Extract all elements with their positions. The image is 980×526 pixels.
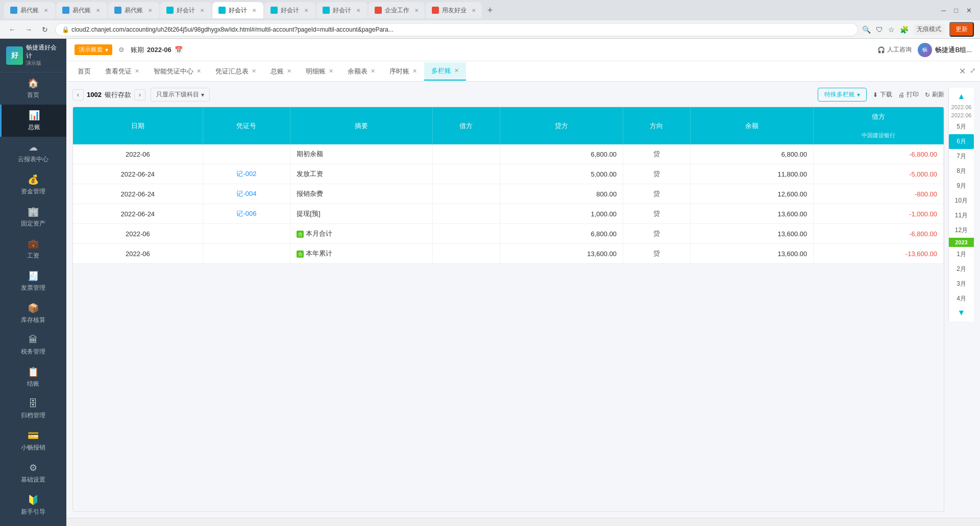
month-oct-2022[interactable]: 10月 <box>949 193 974 208</box>
tab-general-ledger[interactable]: 总账 ✕ <box>263 63 299 80</box>
search-icon[interactable]: 🔍 <box>862 26 871 34</box>
browser-tab-3[interactable]: 易代账 ✕ <box>108 2 159 18</box>
sidebar-item-new-guide[interactable]: 🔰 新手引导 <box>0 489 66 521</box>
extension-icon[interactable]: 🧩 <box>900 26 909 34</box>
expand-panel-icon[interactable]: ⤢ <box>970 66 976 76</box>
close-tab-2-icon[interactable]: ✕ <box>96 8 100 13</box>
cell-voucher-no[interactable]: 记-004 <box>203 184 290 204</box>
close-smart-voucher-icon[interactable]: ✕ <box>197 68 201 74</box>
browser-tab-4[interactable]: 好会计 ✕ <box>160 2 211 18</box>
close-panel-icon[interactable]: ✕ <box>959 66 966 76</box>
close-tab-7-icon[interactable]: ✕ <box>356 8 360 13</box>
tab-multi-col[interactable]: 多栏账 ✕ <box>424 62 466 81</box>
close-tab-8-icon[interactable]: ✕ <box>414 8 419 13</box>
print-button[interactable]: 🖨 打印 <box>898 90 919 99</box>
consult-button[interactable]: 🎧 人工咨询 <box>877 45 912 54</box>
close-tab-9-icon[interactable]: ✕ <box>472 8 476 13</box>
browser-tab-5[interactable]: 好会计 ✕ <box>212 2 263 18</box>
sidebar-item-tax-mgmt[interactable]: 🏛 税务管理 <box>0 330 66 361</box>
sidebar-item-membership[interactable]: 👑 畅会员 <box>0 521 66 526</box>
table-row: 2022-06 合本月合计 6,800.00 贷 13,600.00 -6,80… <box>73 224 944 244</box>
month-apr-2023[interactable]: 4月 <box>949 291 974 306</box>
sidebar-label-expense: 小畅报销 <box>21 443 45 452</box>
download-button[interactable]: ⬇ 下载 <box>873 90 892 99</box>
close-tab-5-icon[interactable]: ✕ <box>252 8 256 13</box>
close-window-icon[interactable]: ✕ <box>966 7 972 14</box>
tab-time-ledger[interactable]: 序时账 ✕ <box>382 63 424 80</box>
month-jun-2022[interactable]: 6月 <box>949 134 974 149</box>
month-jan-2023[interactable]: 1月 <box>949 247 974 262</box>
forward-button[interactable]: → <box>22 23 35 36</box>
close-multi-col-icon[interactable]: ✕ <box>454 67 459 74</box>
next-account-button[interactable]: › <box>134 89 145 101</box>
show-sub-button[interactable]: 只显示下级科目 ▾ <box>151 88 210 102</box>
close-tab-4-icon[interactable]: ✕ <box>200 8 204 13</box>
demo-badge-dropdown-icon[interactable]: ▾ <box>105 46 108 54</box>
browser-tab-8[interactable]: 企业工作 ✕ <box>369 2 425 18</box>
tab-smart-voucher[interactable]: 智能凭证中心 ✕ <box>146 63 208 80</box>
url-input[interactable]: 🔒 cloud2.chanjet.com/accounting/uh26t264… <box>55 23 858 36</box>
sidebar-item-expense[interactable]: 💳 小畅报销 <box>0 425 66 457</box>
sidebar-item-cloud-reports[interactable]: ☁ 云报表中心 <box>0 137 66 169</box>
tab-balance-table[interactable]: 余额表 ✕ <box>340 63 382 80</box>
sidebar-label-fixed-assets: 固定资产 <box>21 219 45 228</box>
horizontal-scrollbar[interactable] <box>66 518 980 526</box>
close-general-ledger-icon[interactable]: ✕ <box>287 68 291 74</box>
close-tab-3-icon[interactable]: ✕ <box>148 8 152 13</box>
settings-icon[interactable]: ⚙ <box>118 46 125 54</box>
month-nov-2022[interactable]: 11月 <box>949 208 974 223</box>
close-detail-ledger-icon[interactable]: ✕ <box>329 68 333 74</box>
calendar-icon[interactable]: 📅 <box>175 46 183 54</box>
cell-summary: 发放工资 <box>290 164 433 184</box>
close-tab-1-icon[interactable]: ✕ <box>44 8 48 13</box>
month-aug-2022[interactable]: 8月 <box>949 164 974 179</box>
star-icon[interactable]: ☆ <box>888 26 895 34</box>
sidebar-item-inventory[interactable]: 📦 库存核算 <box>0 297 66 330</box>
sidebar-item-home[interactable]: 🏠 首页 <box>0 72 66 105</box>
sidebar-item-closing[interactable]: 📋 结账 <box>0 361 66 393</box>
month-panel-up-button[interactable]: ▲ <box>949 90 974 103</box>
browser-tab-6[interactable]: 好会计 ✕ <box>264 2 315 18</box>
close-time-ledger-icon[interactable]: ✕ <box>412 68 417 74</box>
month-panel-down-button[interactable]: ▼ <box>949 306 974 319</box>
tab-voucher-summary[interactable]: 凭证汇总表 ✕ <box>208 63 263 80</box>
month-dec-2022[interactable]: 12月 <box>949 223 974 238</box>
tab-detail-ledger[interactable]: 明细账 ✕ <box>299 63 340 80</box>
month-feb-2023[interactable]: 2月 <box>949 262 974 277</box>
cell-extra: -13,600.00 <box>814 244 944 264</box>
back-button[interactable]: ← <box>6 23 18 36</box>
sidebar-item-basic-settings[interactable]: ⚙ 基础设置 <box>0 457 66 489</box>
cell-debit <box>432 204 500 224</box>
cell-voucher-no[interactable]: 记-002 <box>203 164 290 184</box>
browser-tab-1[interactable]: 易代账 ✕ <box>4 2 55 18</box>
close-view-voucher-icon[interactable]: ✕ <box>135 68 139 74</box>
month-jul-2022[interactable]: 7月 <box>949 149 974 164</box>
close-balance-table-icon[interactable]: ✕ <box>371 68 375 74</box>
month-mar-2023[interactable]: 3月 <box>949 277 974 291</box>
new-tab-button[interactable]: + <box>483 3 497 17</box>
close-voucher-summary-icon[interactable]: ✕ <box>252 68 256 74</box>
browser-tab-7[interactable]: 好会计 ✕ <box>316 2 368 18</box>
sidebar-item-archive-mgmt[interactable]: 🗄 归档管理 <box>0 393 66 425</box>
month-sep-2022[interactable]: 9月 <box>949 179 974 193</box>
browser-tab-9[interactable]: 用友好业 ✕ <box>426 2 482 18</box>
reload-button[interactable]: ↻ <box>39 23 51 36</box>
cell-voucher-no[interactable]: 记-006 <box>203 204 290 224</box>
prev-account-button[interactable]: ‹ <box>72 89 84 101</box>
close-tab-6-icon[interactable]: ✕ <box>304 8 308 13</box>
month-may-2022[interactable]: 5月 <box>949 119 974 134</box>
refresh-button[interactable]: ↻ 刷新 <box>925 90 944 99</box>
browser-tab-2[interactable]: 易代账 ✕ <box>56 2 107 18</box>
account-code: 1002 <box>87 91 102 98</box>
minimize-icon[interactable]: ─ <box>941 7 946 14</box>
maximize-icon[interactable]: □ <box>954 7 958 14</box>
sidebar-item-general-ledger[interactable]: 📊 总账 <box>0 105 66 137</box>
sidebar-item-invoice-mgmt[interactable]: 🧾 发票管理 <box>0 265 66 297</box>
tab-view-voucher[interactable]: 查看凭证 ✕ <box>98 63 146 80</box>
update-button[interactable]: 更新 <box>949 22 974 37</box>
sidebar-item-payroll[interactable]: 💼 工资 <box>0 233 66 265</box>
sidebar-item-fund-mgmt[interactable]: 💰 资金管理 <box>0 169 66 201</box>
multi-col-button[interactable]: 特殊多栏账 ▾ <box>818 88 867 102</box>
sidebar-item-fixed-assets[interactable]: 🏢 固定资产 <box>0 201 66 233</box>
tab-home[interactable]: 首页 <box>70 63 98 80</box>
